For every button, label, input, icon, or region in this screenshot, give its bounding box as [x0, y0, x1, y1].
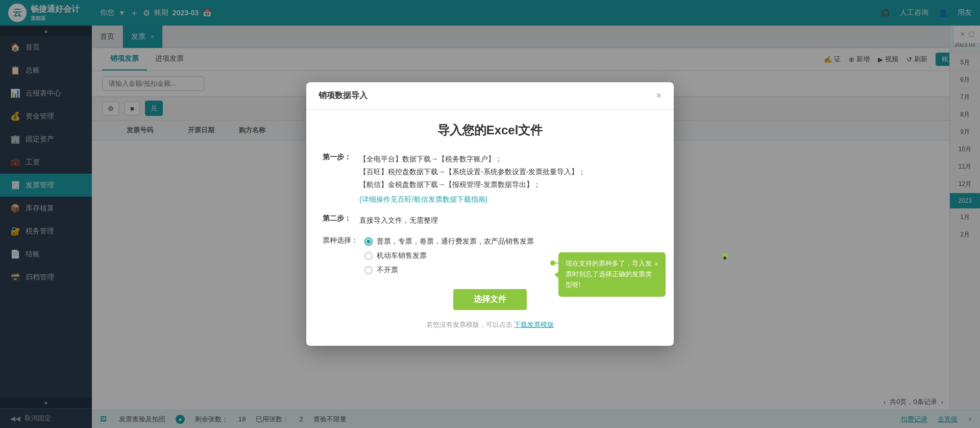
radio-circle-3: [364, 266, 373, 274]
step2-row: 第二步： 直接导入文件，无需整理: [323, 214, 657, 227]
modal-footer-text: 若您没有发票模版，可以点击: [426, 321, 512, 328]
modal-title: 销项数据导入: [318, 90, 368, 101]
radio-option-2[interactable]: 机动车销售发票 ●: [364, 251, 534, 260]
modal-big-title: 导入您的Excel文件: [323, 122, 657, 138]
step2-label: 第二步：: [323, 214, 353, 227]
radio-label: 票种选择：: [323, 235, 358, 245]
step2-content: 直接导入文件，无需整理: [359, 214, 438, 227]
modal-header: 销项数据导入 ×: [306, 82, 674, 110]
radio-label-1: 普票，专票，卷票，通行费发票，农产品销售发票: [377, 237, 534, 246]
radio-circle-1: [364, 237, 373, 246]
step1-line-3: 【航信】金税盘数据下载→【报税管理-发票数据导出】；: [359, 178, 585, 191]
modal-dialog: 销项数据导入 × 导入您的Excel文件 第一步： 【全电平台】数据下载→【税务…: [306, 82, 674, 346]
radio-circle-2: [364, 252, 373, 260]
radio-option-3[interactable]: 不开票: [364, 266, 534, 275]
tooltip-text: 现在支持的票种多了，导入发票时别忘了选择正确的发票类型呀!: [566, 259, 652, 289]
radio-section: 票种选择： 普票，专票，卷票，通行费发票，农产品销售发票 机动车销售发票 ●: [323, 235, 657, 275]
step1-guide-link[interactable]: (详细操作见百旺/航信发票数据下载指南): [359, 195, 487, 203]
modal-body: 导入您的Excel文件 第一步： 【全电平台】数据下载→【税务数字账户】； 【百…: [306, 110, 674, 346]
modal-overlay: 销项数据导入 × 导入您的Excel文件 第一步： 【全电平台】数据下载→【税务…: [0, 0, 980, 428]
radio-group: 普票，专票，卷票，通行费发票，农产品销售发票 机动车销售发票 ●: [364, 237, 534, 275]
radio-label-2: 机动车销售发票: [377, 251, 427, 260]
tooltip-indicator: ●: [723, 253, 728, 258]
modal-close-btn[interactable]: ×: [656, 91, 662, 100]
modal-footer: 若您没有发票模版，可以点击 下载发票模版: [323, 320, 657, 329]
tooltip-close-btn[interactable]: ×: [654, 258, 658, 270]
step1-row: 第一步： 【全电平台】数据下载→【税务数字账户】； 【百旺】税控盘数据下载→【系…: [323, 153, 657, 206]
radio-label-3: 不开票: [377, 266, 398, 275]
radio-option-1[interactable]: 普票，专票，卷票，通行费发票，农产品销售发票: [364, 237, 534, 246]
tooltip-popup: × 现在支持的票种多了，导入发票时别忘了选择正确的发票类型呀!: [558, 252, 666, 296]
tooltip-arrow: [554, 272, 558, 278]
tooltip-connector-dot: [550, 260, 555, 266]
tooltip-dot: ●: [723, 253, 728, 258]
modal-footer-link[interactable]: 下载发票模版: [514, 321, 554, 328]
step1-label: 第一步：: [323, 153, 353, 206]
step1-line-2: 【百旺】税控盘数据下载→【系统设置-系统参数设置-发票批量导入】；: [359, 165, 585, 178]
step1-content: 【全电平台】数据下载→【税务数字账户】； 【百旺】税控盘数据下载→【系统设置-系…: [359, 153, 585, 206]
select-file-btn[interactable]: 选择文件: [453, 289, 527, 310]
step1-line-1: 【全电平台】数据下载→【税务数字账户】；: [359, 153, 585, 165]
